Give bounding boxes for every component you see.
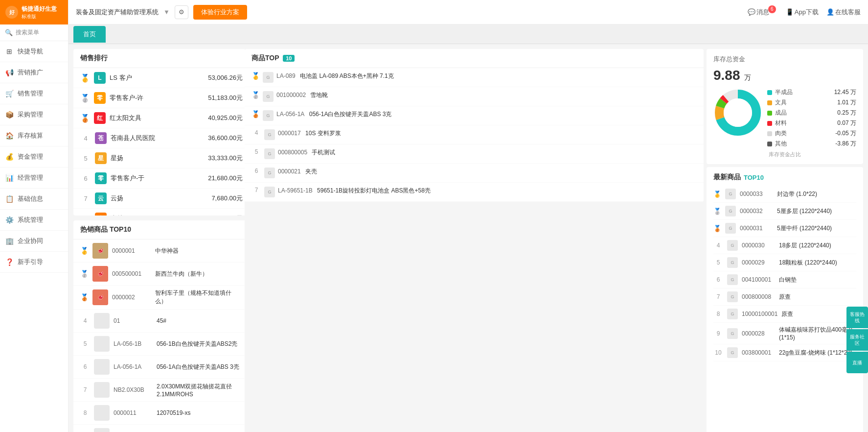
new-prod-code: 0000030 <box>742 242 775 249</box>
sidebar-item-inventory[interactable]: 🏠 库存核算 <box>0 125 68 146</box>
content-area: 销售排行 🥇 L LS 客户 53,006.26元 🥈 零 零售客户-许 51,… <box>69 44 868 432</box>
sidebar-search[interactable]: 🔍 搜索菜单 <box>0 24 68 41</box>
sidebar-item-label: 系统管理 <box>18 216 43 224</box>
prod-name: 59651-1B旋转投影灯电池盒 ABS黑色+58壳 <box>317 187 431 194</box>
prod-icon: G <box>264 148 275 159</box>
rank-num: 4 <box>251 129 261 136</box>
sidebar-item-quick-nav[interactable]: ⊞ 快捷导航 <box>0 41 68 62</box>
sidebar-item-enterprise[interactable]: 🏢 企业协同 <box>0 231 68 252</box>
new-prod-icon: G <box>725 189 736 199</box>
float-service-btn1[interactable]: 客服热线 <box>846 307 868 328</box>
new-prod-name: 原查 <box>779 293 856 301</box>
hot-item: 🥈 🥩 000500001 新西兰牛肉（新牛） <box>73 263 245 286</box>
new-medal-2: 🥈 <box>713 208 721 215</box>
hot-img: 🥩 <box>92 289 108 305</box>
prod-code: 000800005 <box>278 149 307 156</box>
new-medal-1: 🥇 <box>713 191 721 198</box>
rank-amount: 7,563.00元 <box>211 214 243 216</box>
product-ranking-title: 商品TOP 10 <box>245 49 704 68</box>
prod-info: LA-089 电池盖 LA-089 ABS本色+黑种 7.1克 <box>276 72 697 80</box>
logo-sub-text: 标准版 <box>22 13 57 20</box>
system-icon: ⚙️ <box>5 216 14 224</box>
float-service-btn2[interactable]: 服务社区 <box>846 329 868 351</box>
hot-img <box>94 336 110 352</box>
message-area[interactable]: 💬 消息 6 <box>748 8 778 17</box>
rank-medal-2: 🥈 <box>251 91 260 99</box>
sales-icon: 🛒 <box>5 89 14 98</box>
online-service-label: 在线客服 <box>835 8 861 17</box>
message-label: 消息 <box>756 8 769 17</box>
new-prod-code: 003800001 <box>742 349 775 356</box>
legend-item: 肉类 -0.05 万 <box>767 129 856 138</box>
hot-item: 5 LA-056-1B 056-1B白色按键开关盖ABS2壳 <box>73 333 245 356</box>
settings-gear-button[interactable]: ⚙ <box>175 5 188 19</box>
rank-bronze-icon: 🥉 <box>80 114 90 123</box>
new-products-header: 最新商品 TOP10 <box>713 173 856 182</box>
prod-name: 手机测试 <box>312 149 335 156</box>
new-prod-icon: G <box>727 274 738 285</box>
legend-value: 0.07 万 <box>837 119 856 127</box>
sales-rank-item: 6 零 零售客户-于 21,680.00元 <box>73 168 245 189</box>
rank-badge: 零 <box>94 92 106 104</box>
prod-rank-item: 7 G LA-59651-1B 59651-1B旋转投影灯电池盒 ABS黑色+5… <box>245 183 704 202</box>
float-service-btn3[interactable]: 直播 <box>846 352 868 373</box>
experience-btn[interactable]: 体验行业方案 <box>193 5 247 20</box>
new-product-item: 🥉 G 0000031 5厘中纤 (1220*2440) <box>713 220 856 237</box>
legend-value: -0.05 万 <box>835 129 856 138</box>
legend: 半成品 12.45 万 文具 1.01 万 成品 0.25 万 材料 0.07 … <box>767 88 856 148</box>
hot-code: LA-056-1B <box>114 340 153 347</box>
sidebar-item-label: 库存核算 <box>18 131 43 140</box>
online-service-area[interactable]: 👤 在线客服 <box>826 8 861 17</box>
rank-amount: 33,333.00元 <box>208 154 243 163</box>
rank-amount: 21,680.00元 <box>208 174 243 183</box>
new-prod-name: 原查 <box>781 310 856 318</box>
mobile-icon: 📱 <box>786 8 794 16</box>
rank-number: 4 <box>80 135 91 142</box>
message-badge: 6 <box>768 5 776 13</box>
hot-name: 056-1B白色按键开关盖ABS2壳 <box>157 340 243 348</box>
app-download-area[interactable]: 📱 App下载 <box>786 8 819 17</box>
legend-item: 文具 1.01 万 <box>767 98 856 107</box>
sidebar-item-basics[interactable]: 📋 基础信息 <box>0 189 68 210</box>
tab-home[interactable]: 首页 <box>73 26 106 43</box>
hot-item: 9 KK-SD22110H 花语萌恒温分腿睡袋（厚款） <box>73 425 245 432</box>
sidebar-item-marketing[interactable]: 📢 营销推广 <box>0 62 68 83</box>
hot-img <box>94 359 110 375</box>
sidebar-item-purchase[interactable]: 📦 采购管理 <box>0 104 68 125</box>
prod-info: 0000017 10S 变料罗浆 <box>278 129 697 138</box>
top-bar: 装备及固定资产辅助管理系统 ▼ ⚙ 体验行业方案 💬 消息 6 📱 App下载 … <box>69 0 868 24</box>
donut-chart <box>713 88 762 137</box>
hot-img <box>94 405 110 421</box>
prod-icon: G <box>264 168 275 178</box>
new-prod-name: 体碱嘉核味苏打饮品400毫升 (1*15) <box>779 326 856 341</box>
hot-code: LA-056-1A <box>114 363 153 370</box>
rank-name: 云扬 <box>111 194 207 203</box>
logo-main-text: 畅捷通好生意 <box>22 5 57 13</box>
middle-panel: 商品TOP 10 🥇 G LA-089 电池盖 LA-089 ABS本色+黑种 … <box>245 44 707 432</box>
hot-products-panel: 热销商品 TOP10 🥇 🥩 0000001 中华神器 🥈 🥩 00050000… <box>73 220 245 432</box>
sales-rank-item: 4 苍 苍南县人民医院 36,600.00元 <box>73 128 245 148</box>
nav-tabs: 首页 <box>69 24 868 44</box>
enterprise-icon: 🏢 <box>5 237 14 245</box>
prod-rank-item: 5 G 000800005 手机测试 <box>245 144 704 164</box>
top-bar-right: 💬 消息 6 📱 App下载 👤 在线客服 <box>748 8 861 17</box>
rank-silver-icon: 🥈 <box>80 94 90 103</box>
hot-img <box>94 382 110 398</box>
prod-name: 056-1A白色按键开关盖ABS 3克 <box>309 111 392 118</box>
legend-dot <box>767 90 772 95</box>
sidebar-item-guide[interactable]: ❓ 新手引导 <box>0 252 68 273</box>
sidebar-logo: 好 畅捷通好生意 标准版 <box>0 0 68 24</box>
prod-name: 电池盖 LA-089 ABS本色+黑种 7.1克 <box>300 72 394 79</box>
sidebar-item-sales[interactable]: 🛒 销售管理 <box>0 83 68 104</box>
sidebar-item-finance[interactable]: 💰 资金管理 <box>0 146 68 168</box>
hot-item: 🥇 🥩 0000001 中华神器 <box>73 240 245 263</box>
logo-icon: 好 <box>5 5 19 19</box>
sidebar-item-system[interactable]: ⚙️ 系统管理 <box>0 210 68 231</box>
sidebar-item-operations[interactable]: 📊 经营管理 <box>0 168 68 189</box>
rank-badge: 红 <box>94 112 106 124</box>
legend-label: 文具 <box>775 98 834 107</box>
prod-icon: G <box>263 110 274 121</box>
sidebar-search-label: 搜索菜单 <box>16 28 39 37</box>
rank-number: 8 <box>80 215 91 216</box>
hot-rank-num: 6 <box>80 363 90 370</box>
